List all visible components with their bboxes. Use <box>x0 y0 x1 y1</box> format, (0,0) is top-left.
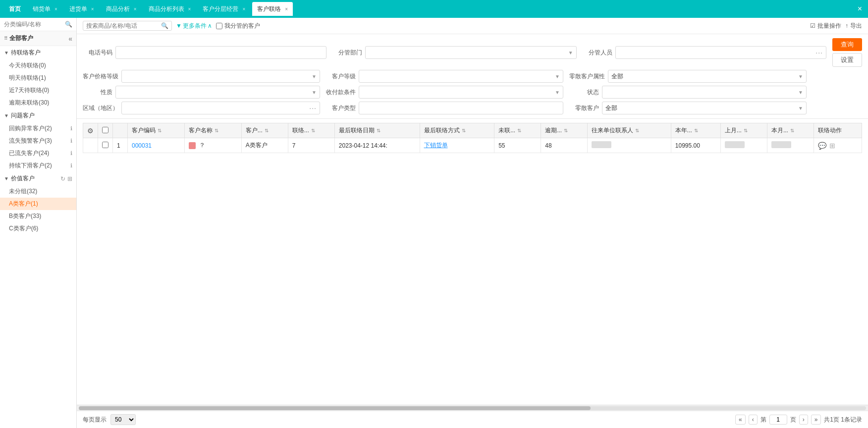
th-contact[interactable]: 联络... ⇅ <box>288 123 334 138</box>
close-analysis-list-icon[interactable]: × <box>188 6 191 12</box>
pagination-bar: 每页显示 50 100 200 « ‹ 第 页 › » 共1页 1条记录 <box>77 411 868 428</box>
nav-customer-layer[interactable]: 客户分层经营 × <box>198 2 250 16</box>
price-level-input[interactable]: ▼ <box>121 70 320 83</box>
th-last-month[interactable]: 上月... ⇅ <box>720 123 767 138</box>
my-customers-checkbox[interactable] <box>216 23 222 29</box>
th-overdue[interactable]: 逾期... ⇅ <box>541 123 588 138</box>
sidebar-group-problem[interactable]: ▼ 问题客户 <box>0 109 76 122</box>
prev-page-button[interactable]: ‹ <box>749 415 758 425</box>
all-customers-header[interactable]: ⠿ 全部客户 « <box>0 31 76 46</box>
customer-type-input[interactable] <box>359 102 563 114</box>
sidebar-item-overdue-contact[interactable]: 逾期未联络(30) <box>0 97 76 109</box>
sidebar-item-churn-warning[interactable]: 流失预警客户(3) ℹ <box>0 135 76 147</box>
sidebar-item-today-contact[interactable]: 今天待联络(0) <box>0 59 76 72</box>
export-button[interactable]: ↑ 导出 <box>845 22 862 30</box>
page-number-input[interactable] <box>769 415 787 425</box>
person-input[interactable]: ··· <box>615 46 826 59</box>
info-repurchase-icon: ℹ <box>70 125 72 132</box>
page-size-select[interactable]: 50 100 200 <box>110 414 136 425</box>
sort-lmonth-icon: ⇅ <box>744 128 748 133</box>
th-this-month[interactable]: 本月... ⇅ <box>767 123 814 138</box>
retail-caret-icon: ▼ <box>798 106 803 111</box>
close-purchase-icon[interactable]: × <box>91 6 94 12</box>
filter-region: 区域（地区） ··· <box>83 102 320 114</box>
query-button[interactable]: 查询 <box>832 38 862 51</box>
sidebar-item-unclassified[interactable]: 未分组(32) <box>0 185 76 198</box>
last-method-link[interactable]: 下销货单 <box>424 142 448 149</box>
grid-icon[interactable]: ⊞ <box>829 142 835 150</box>
settings-button[interactable]: 设置 <box>832 53 862 67</box>
sidebar-item-repurchase-abnormal[interactable]: 回购异常客户(2) ℹ <box>0 122 76 135</box>
nav-sales[interactable]: 销货单 × <box>28 2 62 16</box>
retail-attr-caret-icon: ▼ <box>798 74 803 79</box>
status-input[interactable]: ▼ <box>602 86 807 99</box>
retail-customer-input[interactable]: 全部 ▼ <box>602 102 807 114</box>
td-code[interactable]: 000031 <box>128 138 185 153</box>
td-this-month <box>767 138 814 153</box>
main-search-input[interactable] <box>86 22 159 29</box>
close-all-button[interactable]: × <box>856 2 864 15</box>
gear-icon[interactable]: ⚙ <box>87 127 94 135</box>
th-last-method[interactable]: 最后联络方式 ⇅ <box>420 123 494 138</box>
scrollbar-thumb[interactable] <box>79 406 591 410</box>
select-all-checkbox[interactable] <box>102 127 108 133</box>
nav-customer-contact[interactable]: 客户联络 × <box>252 2 293 16</box>
th-name[interactable]: 客户名称 ⇅ <box>184 123 241 138</box>
nav-home[interactable]: 首页 <box>4 2 26 16</box>
th-gear[interactable]: ⚙ <box>83 123 98 138</box>
last-page-button[interactable]: » <box>811 415 821 425</box>
close-customer-layer-icon[interactable]: × <box>242 6 245 12</box>
close-sales-icon[interactable]: × <box>54 6 57 12</box>
more-conditions-button[interactable]: ▼ 更多条件 ∧ <box>176 22 212 30</box>
phone-input[interactable] <box>115 46 326 59</box>
sidebar-item-7day-contact[interactable]: 近7天待联络(0) <box>0 84 76 97</box>
th-this-year[interactable]: 本年... ⇅ <box>671 123 720 138</box>
th-action: 联络动作 <box>814 123 862 138</box>
dept-input[interactable]: ▼ <box>365 46 576 59</box>
sidebar-collapse-btn[interactable]: « <box>68 35 72 43</box>
sidebar-item-c-class[interactable]: C类客户(6) <box>0 222 76 235</box>
table-row: 1 000031 ？ A类客户 7 2023-04-12 14:44: 下销货单… <box>83 138 862 153</box>
sidebar-item-churned[interactable]: 已流失客户(24) ℹ <box>0 147 76 160</box>
th-unit-contact[interactable]: 往来单位联系人 ⇅ <box>588 123 671 138</box>
sidebar-search-input[interactable] <box>4 21 63 28</box>
th-type[interactable]: 客户... ⇅ <box>241 123 288 138</box>
filter-nature: 性质 ▼ <box>83 86 320 99</box>
price-caret-icon: ▼ <box>312 74 317 79</box>
th-last-date[interactable]: 最后联络日期 ⇅ <box>334 123 420 138</box>
sidebar-item-tomorrow-contact[interactable]: 明天待联络(1) <box>0 72 76 84</box>
payment-input[interactable]: ▼ <box>359 86 563 99</box>
nature-input[interactable]: ▼ <box>115 86 320 99</box>
td-name: ？ <box>184 138 241 153</box>
td-last-month <box>720 138 767 153</box>
sidebar-item-a-class[interactable]: A类客户(1) <box>0 198 76 210</box>
nav-analysis-list[interactable]: 商品分析列表 × <box>144 2 196 16</box>
add-group-icon[interactable]: ⊞ <box>67 175 72 182</box>
chat-icon[interactable]: 💬 <box>818 142 826 150</box>
close-analysis-icon[interactable]: × <box>134 6 137 12</box>
main-search-icon[interactable]: 🔍 <box>161 22 168 29</box>
retail-attr-input[interactable]: 全部 ▼ <box>608 70 807 83</box>
close-customer-contact-icon[interactable]: × <box>285 6 288 12</box>
td-contact: 7 <box>288 138 334 153</box>
filter-customer-level: 客户等级 ▼ <box>326 70 563 83</box>
customer-level-caret-icon: ▼ <box>555 74 560 79</box>
nav-analysis[interactable]: 商品分析 × <box>101 2 142 16</box>
region-input[interactable]: ··· <box>121 102 320 114</box>
sidebar-item-b-class[interactable]: B类客户(33) <box>0 210 76 222</box>
row-checkbox[interactable] <box>102 142 108 148</box>
th-no-contact[interactable]: 未联... ⇅ <box>494 123 541 138</box>
nav-purchase[interactable]: 进货单 × <box>64 2 99 16</box>
sidebar-item-declining[interactable]: 持续下滑客户(2) ℹ <box>0 160 76 172</box>
horizontal-scrollbar[interactable] <box>77 405 868 411</box>
sidebar-group-pending[interactable]: ▼ 待联络客户 <box>0 46 76 59</box>
sidebar-search-icon[interactable]: 🔍 <box>65 21 72 28</box>
td-unit-contact <box>588 138 671 153</box>
first-page-button[interactable]: « <box>735 415 746 425</box>
refresh-icon[interactable]: ↻ <box>60 175 65 182</box>
sidebar-group-value[interactable]: ▼ 价值客户 ↻ ⊞ <box>0 172 76 185</box>
th-code[interactable]: 客户编码 ⇅ <box>128 123 185 138</box>
batch-operation-button[interactable]: ☑ 批量操作 <box>810 22 841 30</box>
next-page-button[interactable]: › <box>799 415 808 425</box>
customer-level-input[interactable]: ▼ <box>359 70 563 83</box>
